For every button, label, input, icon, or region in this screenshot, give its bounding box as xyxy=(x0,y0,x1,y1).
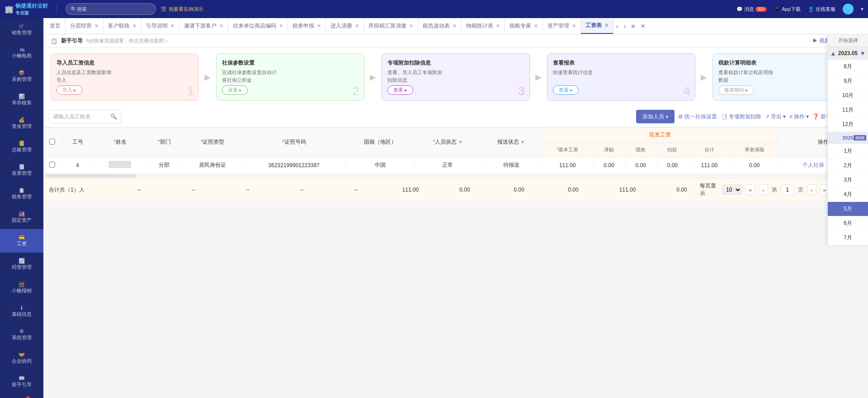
sidebar-item-invoice[interactable]: 🧾 发票管理 xyxy=(0,159,43,182)
sidebar-item-inventory[interactable]: 📊 库存核算 xyxy=(0,88,43,112)
sidebar-item-ai[interactable]: 🤖 智能管理 xyxy=(0,393,43,398)
month-item-12[interactable]: 12月 xyxy=(828,117,868,132)
step-4-desc: 快速查看统计信息 xyxy=(553,69,689,76)
sidebar-item-enterprise[interactable]: 🤝 企业协同 xyxy=(0,346,43,370)
user-menu-icon[interactable]: ▾ xyxy=(861,6,863,12)
online-service-btn[interactable]: 👤 在线客服 xyxy=(808,6,835,13)
sidebar-item-operation[interactable]: 📈 经营管理 xyxy=(0,253,43,276)
top-search[interactable]: 🔍 搜索 xyxy=(66,3,156,15)
export-btn[interactable]: ↗ 导出 ▾ xyxy=(765,113,786,121)
footer-dash-2: -- xyxy=(175,187,212,193)
tab-prev[interactable]: ‹ xyxy=(613,23,621,30)
search-staff-input[interactable]: 请输入员工姓名 🔍 xyxy=(49,110,121,123)
close-tax-relief[interactable]: ✕ xyxy=(453,23,457,29)
close-customer[interactable]: ✕ xyxy=(132,23,137,29)
next-page-btn[interactable]: › xyxy=(807,184,816,195)
demo-link[interactable]: 🎬 我要看实例演示 xyxy=(160,6,203,13)
sidebar-item-basic[interactable]: ℹ 基础信息 xyxy=(0,300,43,323)
month-item-6[interactable]: 6月 xyxy=(828,216,868,231)
close-tax-report[interactable]: ✕ xyxy=(317,23,321,29)
special-deduction-btn[interactable]: 📑 专项附加扣除 xyxy=(721,113,761,121)
row-checkbox[interactable] xyxy=(49,162,55,168)
close-asset-mgmt[interactable]: ✕ xyxy=(572,23,576,29)
month-item-11[interactable]: 11月 xyxy=(828,103,868,117)
sidebar-item-salary[interactable]: 💳 工资 xyxy=(0,229,43,253)
month-next-btn[interactable]: ▼ xyxy=(859,50,866,57)
month-panel-year: ▲ 2023.05 ▼ xyxy=(828,47,868,60)
tab-invite[interactable]: 邀请下游客户 ✕ xyxy=(179,19,228,34)
tab-clearance[interactable]: 进入清册 ✕ xyxy=(326,19,364,34)
main-content: 📋 新手引导 5步快速完成设置，快去完善信息吧～ ▶ 视频 ? 帮助 ✕ xyxy=(43,34,868,398)
step-5-btn[interactable]: 敬请期待 ▸ xyxy=(718,85,754,95)
col-employee-id: 工号 xyxy=(61,127,94,157)
tab-stratified[interactable]: 分层经营 ✕ xyxy=(66,19,104,34)
month-item-8[interactable]: 8月 xyxy=(828,60,868,74)
row-personal-social-btn[interactable]: 个人社保 xyxy=(802,162,824,168)
col-performance: 绩效 xyxy=(625,143,656,157)
tab-asset-mgmt[interactable]: 资产管理 ✕ xyxy=(543,19,581,34)
select-all-checkbox[interactable] xyxy=(49,139,55,145)
close-tax-expert[interactable]: ✕ xyxy=(534,23,538,29)
first-page-btn[interactable]: « xyxy=(745,184,755,195)
user-avatar[interactable] xyxy=(843,4,854,14)
close-tax-calc[interactable]: ✕ xyxy=(409,23,413,29)
sidebar-item-assets[interactable]: 🏭 固定资产 xyxy=(0,206,43,229)
status-filter-icon[interactable]: ▼ xyxy=(458,140,462,145)
sidebar-item-capital[interactable]: 💰 资金管理 xyxy=(0,112,43,135)
close-stratified[interactable]: ✕ xyxy=(94,23,99,29)
month-item-3[interactable]: 3月 xyxy=(828,173,868,187)
sidebar-item-tax[interactable]: 📋 税务管理 xyxy=(0,182,43,206)
tab-tax-relief[interactable]: 税负波动表 ✕ xyxy=(418,19,462,34)
tab-home[interactable]: 首页 xyxy=(45,19,66,34)
month-item-5[interactable]: 5月 xyxy=(828,202,868,216)
tab-payroll[interactable]: 工资表 ✕ xyxy=(581,19,613,34)
tab-next[interactable]: › xyxy=(621,23,629,30)
sidebar-item-sales[interactable]: 🛒 销售管理 xyxy=(0,18,43,42)
month-item-2[interactable]: 2月 xyxy=(828,159,868,173)
sidebar-item-ledger[interactable]: 📒 总账管理 xyxy=(0,135,43,159)
horizontal-scrollbar xyxy=(43,173,868,178)
page-number-input[interactable] xyxy=(781,184,794,195)
tab-tax-stat[interactable]: 纳税统计表 ✕ xyxy=(462,19,505,34)
step-2-btn[interactable]: 设置 ▸ xyxy=(222,85,248,95)
tab-tax-expert[interactable]: 税检专家 ✕ xyxy=(505,19,543,34)
scroll-thumb[interactable] xyxy=(45,174,136,177)
month-item-4[interactable]: 4月 xyxy=(828,187,868,202)
tab-more[interactable]: ≡ xyxy=(628,23,637,30)
step-arrow-4: ▶ xyxy=(701,53,707,101)
close-product-code[interactable]: ✕ xyxy=(279,23,283,29)
step-4-btn[interactable]: 查看 ▸ xyxy=(553,85,579,95)
report-status-filter-icon[interactable]: ▼ xyxy=(520,140,525,145)
app-name: 畅捷通好业财 xyxy=(15,2,48,10)
tab-tax-report[interactable]: 税务申报 ✕ xyxy=(288,19,326,34)
tab-customer[interactable]: 客户联络 ✕ xyxy=(104,19,142,34)
page-size-select[interactable]: 10 20 50 xyxy=(722,185,742,195)
sidebar-item-system[interactable]: ⚙ 系统管理 xyxy=(0,323,43,346)
close-invite[interactable]: ✕ xyxy=(219,23,223,29)
step-1-btn[interactable]: 导入 ▸ xyxy=(57,85,82,95)
sidebar-item-purchase[interactable]: 📦 采购管理 xyxy=(0,65,43,88)
month-item-10[interactable]: 10月 xyxy=(828,89,868,103)
tab-tax-calc[interactable]: 所得税汇算清缴 ✕ xyxy=(364,19,418,34)
actions-btn[interactable]: ≡ 操作 ▾ xyxy=(789,113,809,121)
app-download-btn[interactable]: 📱 App下载 xyxy=(774,6,801,13)
tab-guide[interactable]: 引导说明 ✕ xyxy=(142,19,179,34)
unified-settings-btn[interactable]: ⚙ 统一社保设置 xyxy=(678,113,717,121)
sidebar-item-report[interactable]: 🧮 小畅报销 xyxy=(0,276,43,300)
message-btn[interactable]: 💬 消息 99+ xyxy=(736,6,767,13)
month-item-7[interactable]: 7月 xyxy=(828,231,868,245)
sidebar-item-guide[interactable]: 📖 新手引导 xyxy=(0,370,43,393)
month-item-1[interactable]: 1月 xyxy=(828,144,868,159)
tab-close-all[interactable]: ✕ xyxy=(638,23,648,29)
close-payroll[interactable]: ✕ xyxy=(604,23,609,28)
month-item-9[interactable]: 9月 xyxy=(828,74,868,89)
close-tax-stat[interactable]: ✕ xyxy=(496,23,500,29)
prev-page-btn[interactable]: ‹ xyxy=(759,184,768,195)
close-clearance[interactable]: ✕ xyxy=(355,23,359,29)
step-3-btn[interactable]: 查看 ▸ xyxy=(387,85,413,95)
add-staff-btn[interactable]: 添加人员 ▾ xyxy=(636,110,675,123)
month-prev-btn[interactable]: ▲ xyxy=(830,50,836,57)
tab-product-code[interactable]: 往来单位商品编码 ✕ xyxy=(228,19,288,34)
close-guide[interactable]: ✕ xyxy=(170,23,175,29)
sidebar-item-ecommerce[interactable]: 🛍 小畅电商 xyxy=(0,42,43,65)
